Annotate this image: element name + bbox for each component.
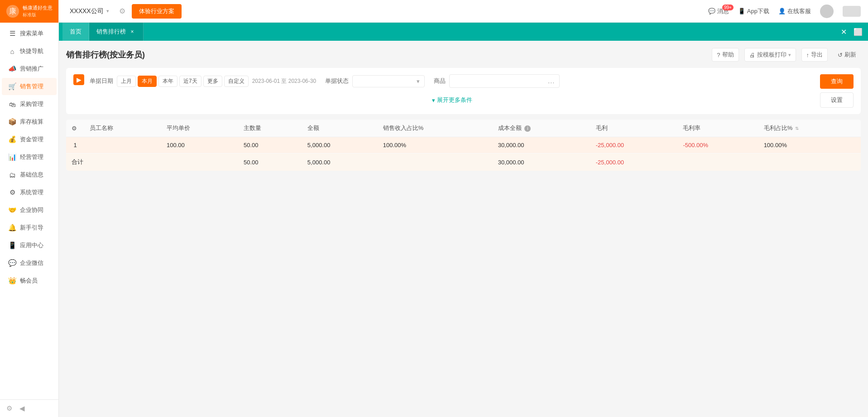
- sidebar-item-label: 畅会员: [20, 277, 38, 285]
- date-range-display: 2023-06-01 至 2023-06-30: [252, 77, 316, 85]
- message-badge: 99+: [722, 5, 734, 10]
- date-btn-last-7-days[interactable]: 近7天: [179, 76, 201, 87]
- col-name-label: 员工名称: [90, 125, 113, 131]
- sidebar-item-quick-nav[interactable]: ⌂ 快捷导航: [2, 43, 57, 60]
- footer-sales-pct: [378, 153, 493, 171]
- date-btn-last-month[interactable]: 上月: [117, 76, 136, 87]
- cell-amount: 5,000.00: [302, 137, 378, 153]
- tab-home[interactable]: 首页: [62, 23, 89, 41]
- status-select[interactable]: ▾: [352, 75, 425, 87]
- goods-input[interactable]: …: [449, 74, 560, 88]
- sidebar-item-guide[interactable]: 🔔 新手引导: [2, 219, 57, 236]
- tab-sales-label: 销售排行榜: [96, 28, 126, 36]
- expand-conditions-btn[interactable]: ▾ 展开更多条件: [432, 96, 472, 104]
- goods-more-icon[interactable]: …: [547, 77, 555, 85]
- col-cost-label: 成本全额: [498, 125, 522, 131]
- query-controls: 查询 设置: [820, 74, 854, 108]
- cell-avg-price: 100.00: [161, 137, 238, 153]
- handshake-icon: 🤝: [8, 206, 16, 214]
- company-selector[interactable]: XXXXX公司 ▾: [66, 5, 113, 17]
- sidebar-item-purchase[interactable]: 🛍 采购管理: [2, 96, 57, 113]
- export-label: 导出: [811, 51, 823, 59]
- user-name-area[interactable]: [843, 6, 861, 17]
- col-avg-price-label: 平均单价: [167, 125, 190, 131]
- filter-row-1: 单据日期 上月 本月 本年 近7天 更多 自定义 2023-06-01 至 20…: [90, 74, 815, 88]
- settings-bottom-icon[interactable]: ⚙: [6, 404, 12, 412]
- tab-close-btn[interactable]: ×: [129, 28, 136, 35]
- logo-icon: 康: [5, 4, 20, 19]
- sidebar-item-system[interactable]: ⚙ 系统管理: [2, 184, 57, 201]
- service-btn[interactable]: 👤 在线客服: [778, 7, 811, 15]
- data-table: ⚙ 员工名称 平均单价 主数量 全额: [66, 120, 861, 171]
- trial-btn[interactable]: 体验行业方案: [132, 4, 182, 19]
- sidebar-item-operations[interactable]: 📊 经营管理: [2, 149, 57, 166]
- cell-gross-pct: 100.00%: [758, 137, 861, 153]
- date-btn-custom[interactable]: 自定义: [224, 76, 249, 87]
- bag-icon: 🛍: [8, 101, 16, 108]
- crown-icon: 👑: [8, 277, 16, 285]
- col-settings-icon[interactable]: ⚙: [72, 125, 77, 132]
- footer-cost: 30,000.00: [493, 153, 590, 171]
- sidebar-item-member[interactable]: 👑 畅会员: [2, 272, 57, 289]
- message-btn[interactable]: 💬 消息 99+: [708, 7, 729, 15]
- page-header: 销售排行榜(按业务员) ? 帮助 🖨 按模板打印 ▾ ↑ 导出 ↺ 刷新: [66, 48, 861, 62]
- refresh-btn[interactable]: ↺ 刷新: [833, 48, 861, 61]
- cell-qty: 50.00: [238, 137, 302, 153]
- col-gross-rate-label: 毛利率: [683, 125, 700, 131]
- sidebar-item-search[interactable]: ☰ 搜索菜单: [2, 25, 57, 42]
- tabbar-actions: ✕ ⬜: [837, 25, 864, 38]
- query-btn[interactable]: 查询: [820, 74, 854, 89]
- service-label: 在线客服: [787, 7, 811, 15]
- date-btn-this-year[interactable]: 本年: [158, 76, 177, 87]
- collapse-icon[interactable]: ◀: [19, 404, 25, 412]
- cell-name: [84, 137, 161, 153]
- print-btn[interactable]: 🖨 按模板打印 ▾: [744, 48, 796, 62]
- main-area: XXXXX公司 ▾ ⚙ 体验行业方案 💬 消息 99+ 📱 App下载 👤 在线…: [59, 0, 868, 417]
- gross-pct-sort-icon[interactable]: ⇅: [795, 126, 799, 131]
- topbar-gear-icon[interactable]: ⚙: [117, 5, 127, 17]
- date-buttons: 上月 本月 本年 近7天 更多 自定义: [117, 76, 249, 87]
- cost-info-icon[interactable]: i: [524, 125, 531, 132]
- cell-sales-pct: 100.00%: [378, 137, 493, 153]
- print-icon: 🖨: [749, 52, 755, 58]
- date-btn-this-month[interactable]: 本月: [138, 76, 157, 87]
- footer-amount: 5,000.00: [302, 153, 378, 171]
- filter-toggle-btn[interactable]: ▶: [73, 74, 84, 85]
- sidebar-item-label: 经营管理: [20, 153, 43, 161]
- col-cost: 成本全额 i: [493, 120, 590, 137]
- svg-text:康: 康: [9, 7, 16, 15]
- company-name: XXXXX公司: [70, 7, 104, 15]
- sidebar-item-cooperation[interactable]: 🤝 企业协同: [2, 201, 57, 219]
- sidebar-item-label: 基础信息: [20, 171, 43, 179]
- help-btn[interactable]: ? 帮助: [712, 48, 739, 62]
- refresh-label: 刷新: [844, 51, 856, 59]
- app-download-btn[interactable]: 📱 App下载: [738, 7, 769, 15]
- col-settings: ⚙: [66, 120, 84, 137]
- avatar[interactable]: [820, 5, 834, 18]
- sidebar-item-label: 搜索菜单: [20, 29, 43, 38]
- chat-icon: 💬: [8, 259, 16, 267]
- sidebar-item-finance[interactable]: 💰 资金管理: [2, 131, 57, 148]
- sidebar-item-inventory[interactable]: 📦 库存核算: [2, 113, 57, 130]
- tab-sales-ranking[interactable]: 销售排行榜 ×: [89, 23, 144, 41]
- sidebar-item-wechat[interactable]: 💬 企业微信: [2, 254, 57, 272]
- date-filter-label: 单据日期: [90, 77, 113, 85]
- help-icon: ?: [717, 52, 720, 58]
- search-menu-icon: ☰: [8, 29, 16, 38]
- page-actions: ? 帮助 🖨 按模板打印 ▾ ↑ 导出 ↺ 刷新: [712, 48, 861, 62]
- expand-row: ▾ 展开更多条件: [90, 91, 815, 104]
- settings-btn[interactable]: 设置: [820, 92, 854, 108]
- sidebar-item-basic-info[interactable]: 🗂 基础信息: [2, 166, 57, 183]
- sidebar-item-marketing[interactable]: 📣 营销推广: [2, 60, 57, 77]
- sidebar-item-sales[interactable]: 🛒 销售管理: [2, 78, 57, 95]
- export-btn[interactable]: ↑ 导出: [801, 48, 828, 62]
- tab-maximize-icon[interactable]: ⬜: [852, 25, 864, 38]
- sidebar-logo: 康 畅康通好生意 标准版: [0, 0, 58, 23]
- help-label: 帮助: [722, 51, 734, 59]
- tab-close-icon[interactable]: ✕: [837, 25, 850, 38]
- sidebar-item-label: 系统管理: [20, 188, 43, 197]
- sidebar-item-app-center[interactable]: 📱 应用中心: [2, 237, 57, 254]
- date-btn-more[interactable]: 更多: [203, 76, 222, 87]
- status-filter: 单据状态 ▾: [325, 75, 425, 87]
- footer-label: 合计: [66, 153, 161, 171]
